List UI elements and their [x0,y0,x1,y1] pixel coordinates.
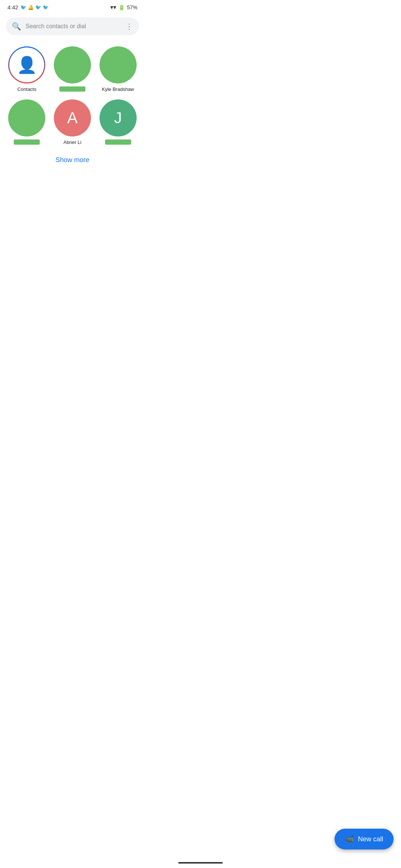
twitter-icon-3: 🐦 [43,4,49,10]
contact-name-placeholder-6 [105,139,131,145]
contact-initial-6: J [114,109,122,127]
more-options-icon[interactable]: ⋮ [125,22,133,31]
contact-avatar-kyle [100,46,137,83]
search-bar[interactable]: 🔍 Search contacts or dial ⋮ [6,17,139,35]
search-input[interactable]: Search contacts or dial [26,23,121,30]
show-more-button[interactable]: Show more [55,156,89,164]
battery-level: 57% [127,4,137,10]
status-bar: 4:42 🐦 🔔 🐦 🐦 ▾▾ 🔋 57% [0,0,145,13]
contact-name-contacts: Contacts [17,86,36,92]
contacts-avatar: 👤 [8,46,45,83]
contact-avatar-abner: A [54,99,91,137]
show-more-container: Show more [0,152,145,175]
status-time: 4:42 [7,4,18,10]
contact-name-placeholder-4 [14,139,40,145]
contact-avatar-6: J [100,99,137,137]
status-icons: 🐦 🔔 🐦 🐦 [20,4,49,10]
contact-item-abner[interactable]: A Abner Li [52,99,94,145]
contact-avatar-4 [8,99,45,137]
twitter-icon-1: 🐦 [20,4,26,10]
contact-item-2[interactable] [52,46,94,92]
search-container: 🔍 Search contacts or dial ⋮ [0,13,145,43]
contact-name-abner: Abner Li [63,139,81,145]
notifications-icon: 🔔 [28,4,34,10]
contact-name-placeholder-2 [59,86,85,92]
contact-item-contacts[interactable]: 👤 Contacts [6,46,48,92]
person-icon: 👤 [17,55,37,75]
wifi-icon: ▾▾ [110,4,116,11]
twitter-icon-2: 🐦 [35,4,41,10]
status-right: ▾▾ 🔋 57% [110,4,137,11]
contacts-grid: 👤 Contacts Kyle Bradshaw A Abner Li J [0,43,145,152]
status-left: 4:42 🐦 🔔 🐦 🐦 [7,4,49,10]
contact-avatar-2 [54,46,91,83]
contact-item-kyle[interactable]: Kyle Bradshaw [97,46,139,92]
contact-initial-abner: A [67,109,78,127]
search-icon: 🔍 [12,22,21,31]
contact-item-4[interactable] [6,99,48,145]
battery-icon: 🔋 [118,4,125,10]
contact-item-6[interactable]: J [97,99,139,145]
contact-name-kyle: Kyle Bradshaw [102,86,134,92]
